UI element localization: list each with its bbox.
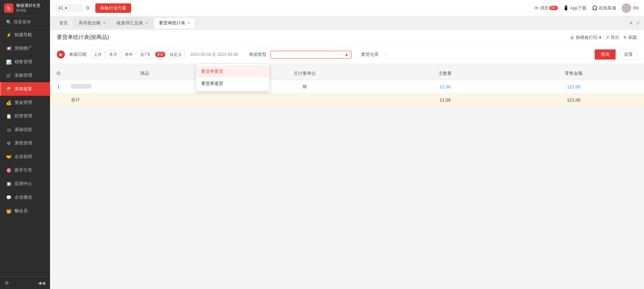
export-label: 导出 [611, 35, 619, 41]
app-version: 标准版 [16, 8, 41, 13]
collapse-icon[interactable]: ◀◀ [38, 280, 45, 286]
sidebar-item-畅会员[interactable]: 👑畅会员 [0, 204, 50, 218]
total-row: 合计 11.00 121.00 [50, 93, 644, 107]
row-index-0: 1 [50, 80, 67, 93]
dropdown-item-0[interactable]: 要货单要货 [196, 65, 269, 77]
tab-label-3: 要货单统计表 [159, 20, 185, 26]
export-button[interactable]: ↗ 导出 [605, 35, 619, 41]
tab-2[interactable]: 收发存汇总表✕ [112, 18, 153, 28]
nav-label-13: 畅会员 [15, 208, 28, 214]
date-btn-本年[interactable]: 本年 [122, 50, 136, 59]
message-icon: ✉ [535, 5, 539, 10]
nav-icon-11: 🔲 [6, 181, 12, 187]
filter-expand-button[interactable]: ▶ [57, 50, 65, 59]
bill-type-dropdown-icon[interactable]: ▲ [344, 52, 349, 57]
sidebar-item-企业微信[interactable]: 💬企业微信 [0, 191, 50, 204]
tab-label-0: 首页 [59, 20, 68, 26]
nav-label-12: 企业微信 [15, 194, 32, 200]
sidebar-item-资金管理[interactable]: 💰资金管理 [0, 96, 50, 109]
page-content: 要货单统计表(按商品) 🖨 按模板打印 ▾ ↗ 导出 ↻ 刷新 ▶ [50, 30, 644, 289]
sidebar-item-采购管理[interactable]: 🛒采购管理 [0, 69, 50, 82]
print-button[interactable]: 🖨 按模板打印 ▾ [570, 35, 601, 41]
warehouse-label: 要货仓库 [361, 51, 379, 58]
page-title: 要货单统计表(按商品) [57, 34, 109, 41]
tab-0[interactable]: 首页 [54, 18, 73, 28]
messages-label: 消息 [540, 5, 549, 11]
user-avatar[interactable]: Rit [622, 3, 639, 13]
tabs-count-selector[interactable]: 41 ▾ [55, 5, 82, 12]
dropdown-item-1[interactable]: 要货单退货 [196, 77, 269, 90]
sidebar-item-销售管理[interactable]: 📊销售管理 [0, 55, 50, 69]
warehouse-more-icon[interactable]: ··· [384, 52, 388, 57]
total-label: 合计 [67, 93, 222, 107]
tab-close-3[interactable]: ✕ [187, 21, 190, 25]
bill-type-input[interactable] [273, 52, 343, 57]
nav-icon-5: 💰 [6, 99, 12, 106]
sidebar-search[interactable]: 🔍 搜索菜单 [0, 16, 50, 28]
nav-icon-2: 📊 [6, 59, 12, 65]
messages-button[interactable]: ✉ 消息 99+ [535, 5, 558, 11]
logo-icon: b [4, 3, 14, 13]
tab-1[interactable]: 库存批次账✕ [74, 18, 111, 28]
sidebar-search-label: 搜索菜单 [14, 19, 31, 25]
online-service-button[interactable]: 🎧 在线客服 [592, 5, 616, 11]
nav-label-9: 企业协同 [15, 154, 32, 160]
tab-label-2: 收发存汇总表 [117, 20, 143, 26]
settings-icon[interactable]: ⚙ [5, 280, 9, 286]
nav-icon-0: ⚡ [6, 32, 12, 38]
query-button[interactable]: 查询 [595, 49, 616, 60]
refresh-button[interactable]: ↻ 刷新 [623, 35, 637, 41]
expand-tab-icon[interactable]: ⤢ [636, 20, 640, 26]
product-placeholder [71, 84, 91, 89]
sidebar-item-营销推广[interactable]: 📢营销推广 [0, 42, 50, 55]
filter-settings-button[interactable]: 设置 [620, 49, 637, 60]
nav-label-0: 快捷导航 [15, 32, 32, 38]
sidebar-item-系统管理[interactable]: ⚙系统管理 [0, 136, 50, 150]
print-chevron-icon: ▾ [599, 35, 601, 40]
sidebar-item-新手引导[interactable]: 🎯新手引导 [0, 163, 50, 177]
bill-type-dropdown: 要货单要货要货单退货 [195, 64, 270, 91]
tab-3[interactable]: 要货单统计表✕ [154, 18, 195, 28]
date-label: 单据日期 [69, 51, 87, 58]
app-download-button[interactable]: 📱 App下载 [563, 5, 587, 11]
bill-type-input-group: ▲ [270, 51, 352, 59]
nav-label-10: 新手引导 [15, 167, 32, 173]
row-quantity-0: 11.00 [387, 80, 503, 93]
topbar-gear-icon[interactable]: ⚙ [85, 5, 90, 11]
tab-close-2[interactable]: ✕ [145, 21, 148, 25]
date-btn-自定义[interactable]: 自定义 [167, 50, 185, 59]
more-badge-4[interactable]: 更多 [155, 52, 165, 57]
messages-badge: 99+ [549, 6, 558, 10]
row-amount-0: 121.00 [503, 80, 644, 93]
col-settings-icon[interactable]: ⚙ [56, 70, 61, 76]
sidebar-item-快捷导航[interactable]: ⚡快捷导航 [0, 28, 50, 42]
date-btn-上月[interactable]: 上月 [91, 50, 105, 59]
nav-icon-1: 📢 [6, 45, 12, 51]
close-tab-icon[interactable]: ✕ [629, 20, 633, 26]
sidebar-bottom: ⚙ ◀◀ [0, 276, 50, 289]
sidebar-item-基础信息[interactable]: 🗂基础信息 [0, 123, 50, 136]
nav-label-7: 基础信息 [15, 127, 32, 133]
sidebar-item-库存核算[interactable]: 📦库存核算 [0, 82, 50, 96]
sidebar-item-经营管理[interactable]: 📋经营管理 [0, 109, 50, 123]
date-btn-近7天[interactable]: 近7天 [137, 50, 154, 59]
bill-type-label: 单据类型 [249, 51, 266, 58]
sidebar-item-应用中心[interactable]: 🔲应用中心 [0, 177, 50, 191]
main-content: 41 ▾ ⚙ 体验行业方案 ✉ 消息 99+ 📱 App下载 🎧 在线客服 Ri… [50, 0, 644, 289]
app-logo: b 畅捷通好生意 标准版 [0, 0, 50, 16]
nav-icon-4: 📦 [6, 86, 12, 92]
tab-close-1[interactable]: ✕ [103, 21, 106, 25]
topbar: 41 ▾ ⚙ 体验行业方案 ✉ 消息 99+ 📱 App下载 🎧 在线客服 Ri… [50, 0, 644, 16]
print-icon: 🖨 [570, 35, 574, 40]
nav-label-8: 系统管理 [15, 140, 32, 146]
nav-label-4: 库存核算 [15, 86, 32, 92]
page-header: 要货单统计表(按商品) 🖨 按模板打印 ▾ ↗ 导出 ↻ 刷新 [50, 30, 644, 45]
nav-icon-8: ⚙ [6, 140, 12, 146]
date-btn-本月[interactable]: 本月 [106, 50, 120, 59]
col-header-settings: ⚙ [50, 67, 67, 80]
print-label: 按模板打印 [576, 35, 598, 41]
sidebar-item-企业协同[interactable]: 🤝企业协同 [0, 150, 50, 163]
nav-icon-6: 📋 [6, 113, 12, 119]
promo-button[interactable]: 体验行业方案 [95, 3, 131, 13]
export-icon: ↗ [605, 35, 609, 40]
